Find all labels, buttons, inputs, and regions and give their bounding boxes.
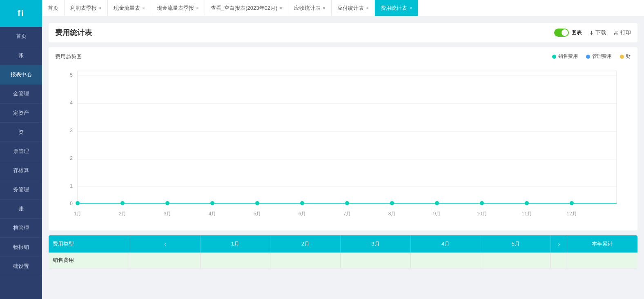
legend-sales-dot <box>552 55 556 59</box>
prev-page-button[interactable]: ‹ <box>163 241 168 247</box>
td-val2 <box>270 252 341 268</box>
main-area: 首页 利润表季报 × 现金流量表 × 现金流量表季报 × 查看_空白报表(202… <box>42 0 644 299</box>
th-ytd: 本年累计 <box>567 235 637 252</box>
tab-profit-label: 利润表季报 <box>70 4 97 12</box>
tab-receivable-close[interactable]: × <box>323 5 325 11</box>
td-val1 <box>201 252 271 268</box>
td-ytd <box>567 252 637 268</box>
svg-point-20 <box>390 201 394 205</box>
tab-payable-label: 应付统计表 <box>337 4 364 12</box>
legend-admin-dot <box>586 55 590 59</box>
tab-receivable[interactable]: 应收统计表 × <box>288 0 332 16</box>
svg-point-21 <box>435 201 439 205</box>
print-label: 打印 <box>620 29 631 36</box>
tab-profit[interactable]: 利润表季报 × <box>65 0 108 16</box>
svg-text:8月: 8月 <box>388 211 396 217</box>
sidebar-item-account[interactable]: 账 <box>0 46 42 65</box>
tab-payable[interactable]: 应付统计表 × <box>332 0 375 16</box>
sidebar-item-settings[interactable]: 础设置 <box>0 257 42 276</box>
tab-blank-report-close[interactable]: × <box>279 5 282 11</box>
svg-text:2: 2 <box>70 155 73 161</box>
svg-text:7月: 7月 <box>343 211 351 217</box>
svg-text:3月: 3月 <box>164 211 172 217</box>
td-val3 <box>341 252 411 268</box>
legend-sales: 销售费用 <box>552 53 578 60</box>
sidebar-item-affairs[interactable]: 务管理 <box>0 180 42 199</box>
download-icon: ⬇ <box>589 30 594 36</box>
page-content: 费用统计表 图表 ⬇ 下载 🖨 打印 费用趋势图 <box>42 16 644 299</box>
svg-text:3: 3 <box>70 128 73 133</box>
table-row: 销售费用 <box>49 252 637 268</box>
th-month1: 1月 <box>201 235 271 252</box>
th-month3: 3月 <box>341 235 411 252</box>
td-empty-nav2 <box>551 252 567 268</box>
sidebar-item-home[interactable]: 首页 <box>0 27 42 46</box>
header-actions: 图表 ⬇ 下载 🖨 打印 <box>554 29 631 37</box>
td-val4 <box>411 252 481 268</box>
tab-cashflow[interactable]: 现金流量表 × <box>108 0 151 16</box>
sidebar-item-expense[interactable]: 畅报销 <box>0 238 42 257</box>
sidebar-item-cash[interactable]: 金管理 <box>0 84 42 104</box>
download-label: 下载 <box>595 29 606 36</box>
print-button[interactable]: 🖨 打印 <box>613 29 631 36</box>
sidebar-item-inventory[interactable]: 存核算 <box>0 161 42 180</box>
svg-point-19 <box>345 201 349 205</box>
th-type: 费用类型 <box>49 235 130 252</box>
sidebar-item-capital[interactable]: 资 <box>0 123 42 142</box>
tab-blank-report[interactable]: 查看_空白报表(2023年02月) × <box>205 0 288 16</box>
next-page-button[interactable]: › <box>556 241 562 247</box>
tab-home[interactable]: 首页 <box>42 0 65 16</box>
svg-text:4: 4 <box>70 100 73 106</box>
th-month2: 2月 <box>270 235 341 252</box>
th-month5: 5月 <box>481 235 551 252</box>
tab-expense-label: 费用统计表 <box>381 4 407 12</box>
legend-finance-dot <box>620 55 624 59</box>
svg-text:5: 5 <box>70 72 73 78</box>
svg-point-14 <box>120 201 125 205</box>
legend-finance: 财 <box>620 53 631 60</box>
svg-point-24 <box>570 201 574 205</box>
chart-toggle-label: 图表 <box>571 29 582 36</box>
svg-text:6月: 6月 <box>299 211 306 217</box>
chart-toggle[interactable] <box>554 29 569 37</box>
tab-receivable-label: 应收统计表 <box>294 4 321 12</box>
tab-cashflow-close[interactable]: × <box>142 5 145 11</box>
print-icon: 🖨 <box>613 30 619 36</box>
chart-section: 费用趋势图 销售费用 管理费用 财 <box>49 47 637 230</box>
chart-svg: 5 4 3 2 1 0 <box>55 64 631 224</box>
tab-blank-report-label: 查看_空白报表(2023年02月) <box>211 4 277 12</box>
legend-admin: 管理费用 <box>586 53 612 60</box>
sidebar: fi 首页 账 报表中心 金管理 定资产 资 票管理 存核算 务管理 账 档管理… <box>0 0 42 299</box>
svg-text:5月: 5月 <box>254 211 261 217</box>
svg-point-13 <box>76 201 80 205</box>
svg-text:2月: 2月 <box>119 211 127 217</box>
th-nav-prev[interactable]: ‹ <box>130 235 201 252</box>
chart-toggle-group: 图表 <box>554 29 582 37</box>
chart-title: 费用趋势图 <box>55 53 631 60</box>
tab-home-label: 首页 <box>48 4 58 12</box>
legend-admin-label: 管理费用 <box>592 53 612 60</box>
tab-expense-close[interactable]: × <box>409 5 412 11</box>
svg-text:1: 1 <box>70 183 73 189</box>
tab-expense[interactable]: 费用统计表 × <box>375 0 418 16</box>
th-month4: 4月 <box>411 235 481 252</box>
svg-point-16 <box>210 201 214 205</box>
sidebar-item-reports[interactable]: 报表中心 <box>0 65 42 84</box>
tab-profit-close[interactable]: × <box>99 5 102 11</box>
legend-sales-label: 销售费用 <box>558 53 578 60</box>
sidebar-item-ledger[interactable]: 账 <box>0 199 42 219</box>
tab-cashflow-quarterly-close[interactable]: × <box>196 5 199 11</box>
svg-point-18 <box>300 201 304 205</box>
tab-cashflow-quarterly-label: 现金流量表季报 <box>157 4 194 12</box>
svg-point-15 <box>165 201 169 205</box>
sidebar-item-assets[interactable]: 定资产 <box>0 104 42 123</box>
tab-cashflow-quarterly[interactable]: 现金流量表季报 × <box>151 0 205 16</box>
data-table: 费用类型 ‹ 1月 2月 3月 4月 5月 › 本年累计 销售费用 <box>49 235 637 268</box>
td-empty-nav <box>130 252 201 268</box>
svg-text:11月: 11月 <box>521 211 532 217</box>
sidebar-item-tickets[interactable]: 票管理 <box>0 142 42 161</box>
sidebar-item-archive[interactable]: 档管理 <box>0 219 42 238</box>
download-button[interactable]: ⬇ 下载 <box>589 29 606 36</box>
tab-payable-close[interactable]: × <box>366 5 369 11</box>
th-nav-next[interactable]: › <box>551 235 567 252</box>
